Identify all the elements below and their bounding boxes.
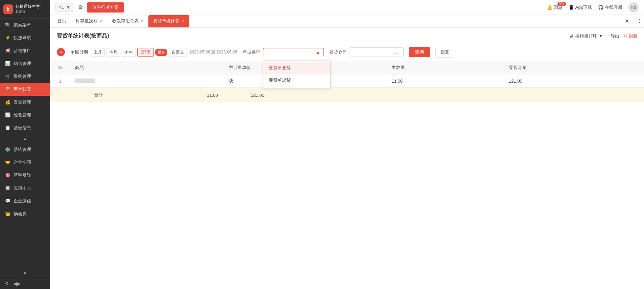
sidebar-item-marketing[interactable]: 📢 营销推广 xyxy=(0,44,50,57)
tabbar-expand-btn[interactable]: ⛶ xyxy=(633,17,641,26)
refresh-icon: ↻ xyxy=(623,34,627,39)
clipboard-icon: 📋 xyxy=(5,125,11,131)
warehouse-filter-group: 要货仓库 … xyxy=(329,47,404,57)
sidebar-logo: b 畅捷通好生意 标准版 xyxy=(0,0,50,19)
chevron-up-icon: ▲ xyxy=(316,50,320,55)
wechat-icon: 💬 xyxy=(5,198,11,204)
sidebar-nav: 🔍 搜索菜单 ⚡ 快捷导航 📢 营销推广 📊 销售管理 🛒 采购管理 📦 库存核… xyxy=(0,19,50,269)
sidebar-item-guide[interactable]: 🎯 新手引导 xyxy=(0,169,50,182)
printer-icon: 🖨 xyxy=(570,34,574,39)
cell-amount: 121.00 xyxy=(504,74,644,88)
sidebar-item-search[interactable]: 🔍 搜索菜单 xyxy=(0,19,50,31)
export-btn[interactable]: ↑ 导出 xyxy=(607,33,620,39)
col-product: 商品 xyxy=(70,61,224,74)
cart-icon: 🛒 xyxy=(5,73,11,80)
type-dropdown-trigger[interactable]: ▲ xyxy=(263,48,324,56)
refresh-btn[interactable]: ↻ 刷新 xyxy=(623,33,637,39)
headset-icon: 🎧 xyxy=(598,5,603,10)
date-btn-last-7-days[interactable]: 近7天 xyxy=(137,48,154,57)
query-btn[interactable]: 查询 xyxy=(409,47,430,57)
sidebar-item-inventory[interactable]: 📦 库存核算 xyxy=(0,83,50,96)
sidebar-item-wechat[interactable]: 💬 企业微信 xyxy=(0,195,50,207)
tab-home[interactable]: 首页 xyxy=(53,15,71,27)
sidebar-item-finance[interactable]: 💰 资金管理 xyxy=(0,96,50,109)
chevron-down-icon2: ▼ xyxy=(599,34,603,39)
sidebar-scroll-up: ▲ xyxy=(0,134,50,143)
table-footer: 合计 11.00 121.00 xyxy=(50,88,644,102)
settings-bottom-icon[interactable]: ⚙ xyxy=(5,281,9,286)
scroll-up-btn[interactable]: ▲ xyxy=(20,136,30,142)
warehouse-more-btn[interactable]: … xyxy=(392,49,400,55)
messages-btn[interactable]: 🔔 消息 99+ xyxy=(547,4,563,10)
date-btn-this-month[interactable]: 本月 xyxy=(106,48,120,57)
search-icon: 🔍 xyxy=(5,22,11,28)
sidebar-item-operation[interactable]: 📈 经营管理 xyxy=(0,109,50,121)
sidebar-item-purchase[interactable]: 🛒 采购管理 xyxy=(0,70,50,83)
dropdown-item-0[interactable]: 要货单要货 xyxy=(263,62,330,74)
sidebar-bottom-icons: ⚙ ◀▶ xyxy=(5,281,21,286)
footer-quantity: 11.00 xyxy=(207,93,241,98)
topbar-left: 41 ▼ ⚙ 体验行业方案 xyxy=(55,2,124,13)
tabbar: 首页 库存批次账 ✕ 收发存汇总表 ✕ 要货单统计表 ✕ ✕ ⛶ xyxy=(50,15,644,28)
date-btn-more[interactable]: 更多 xyxy=(155,49,167,56)
dropdown-item-1[interactable]: 要货单退货 xyxy=(263,74,330,86)
filter-expand-btn[interactable]: » xyxy=(57,48,65,56)
page-title: 要货单统计表(按商品) xyxy=(57,32,109,40)
app-logo-icon: b xyxy=(3,4,13,14)
trial-btn[interactable]: 体验行业方案 xyxy=(87,2,124,13)
box-icon: 📦 xyxy=(5,86,11,92)
date-btn-custom[interactable]: 自定义 xyxy=(169,48,187,57)
handshake-icon: 🤝 xyxy=(5,159,11,165)
sidebar-item-system[interactable]: ⚙️ 系统管理 xyxy=(0,143,50,156)
tab-close-receipt-summary[interactable]: ✕ xyxy=(141,19,144,23)
tab-close-inventory-batch[interactable]: ✕ xyxy=(100,19,103,23)
tab-inventory-batch[interactable]: 库存批次账 ✕ xyxy=(71,15,108,27)
tab-order-stats[interactable]: 要货单统计表 ✕ xyxy=(148,15,189,27)
table-body: 1 块 11.00 121.00 xyxy=(50,74,644,88)
sidebar-bottom: ⚙ ◀▶ xyxy=(0,278,50,289)
chevron-down-icon: ▼ xyxy=(66,5,70,10)
cell-quantity: 11.00 xyxy=(387,74,504,88)
table-wrapper: ⚙ 商品 主计量单位 主数量 零售金额 1 块 1 xyxy=(50,61,644,88)
tabbar-actions: ✕ ⛶ xyxy=(623,17,641,26)
page-header: 要货单统计表(按商品) 🖨 按模板打印 ▼ ↑ 导出 ↻ 刷新 xyxy=(50,28,644,43)
online-service-btn[interactable]: 🎧 在线客服 xyxy=(598,4,622,10)
col-quantity: 主数量 xyxy=(387,61,504,74)
type-filter-group: 单据类型 ▲ 要货单要货 要货单退货 xyxy=(243,48,324,56)
sidebar-item-sales[interactable]: 📊 销售管理 xyxy=(0,57,50,70)
tabbar-close-all-btn[interactable]: ✕ xyxy=(623,17,630,26)
sidebar-item-member[interactable]: 👑 畅会员 xyxy=(0,207,50,220)
filter-bar: » 单据日期 上月 本月 本年 近7天 更多 自定义 2023-05-06 至 … xyxy=(50,43,644,61)
megaphone-icon: 📢 xyxy=(5,48,11,54)
tab-close-order-stats[interactable]: ✕ xyxy=(182,19,185,23)
print-btn[interactable]: 🖨 按模板打印 ▼ xyxy=(570,33,603,39)
sidebar-item-basic-info[interactable]: 📋 基础信息 xyxy=(0,121,50,134)
date-btn-last-month[interactable]: 上月 xyxy=(91,48,105,57)
col-settings[interactable]: ⚙ xyxy=(50,61,70,74)
tab-receipt-summary[interactable]: 收发存汇总表 ✕ xyxy=(108,15,148,27)
cell-index: 1 xyxy=(50,74,70,88)
warehouse-dropdown[interactable]: … xyxy=(350,47,404,57)
scroll-down-btn[interactable]: ▼ xyxy=(20,270,30,276)
chart-icon: 📊 xyxy=(5,61,11,67)
app-logo-text: 畅捷通好生意 标准版 xyxy=(16,4,40,14)
settings-btn[interactable]: 设置 xyxy=(435,47,454,58)
date-btn-this-year[interactable]: 本年 xyxy=(122,48,136,57)
settings-icon[interactable]: ⚙ xyxy=(78,4,83,10)
sidebar-item-enterprise[interactable]: 🤝 企业协同 xyxy=(0,156,50,169)
trending-icon: 📈 xyxy=(5,112,11,118)
app-download-btn[interactable]: 📱 App下载 xyxy=(569,4,592,10)
apps-icon: 🔲 xyxy=(5,185,11,191)
data-table: ⚙ 商品 主计量单位 主数量 零售金额 1 块 1 xyxy=(50,61,644,88)
product-blurred xyxy=(75,79,95,83)
collapse-icon[interactable]: ◀▶ xyxy=(13,281,21,286)
user-avatar[interactable]: Rit xyxy=(628,2,639,13)
sidebar-item-app-center[interactable]: 🔲 应用中心 xyxy=(0,182,50,195)
company-dropdown[interactable]: 41 ▼ xyxy=(55,3,74,12)
topbar: 41 ▼ ⚙ 体验行业方案 🔔 消息 99+ 📱 App下载 🎧 在线客服 Ri… xyxy=(50,0,644,15)
date-range-text: 2023-05-06 至 2023-06-06 xyxy=(190,49,237,55)
export-icon: ↑ xyxy=(607,34,610,39)
table-row: 1 块 11.00 121.00 xyxy=(50,74,644,88)
sidebar-item-shortcuts[interactable]: ⚡ 快捷导航 xyxy=(0,31,50,44)
dropdown-menu: 要货单要货 要货单退货 xyxy=(263,60,331,88)
